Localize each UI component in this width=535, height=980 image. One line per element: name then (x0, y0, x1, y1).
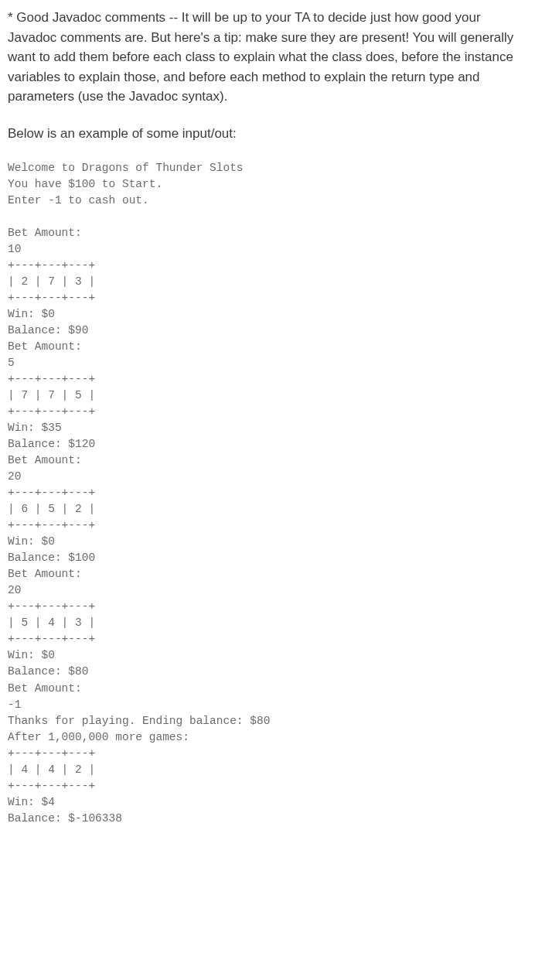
example-intro-paragraph: Below is an example of some input/out: (8, 124, 527, 144)
example-output-code: Welcome to Dragons of Thunder Slots You … (8, 160, 527, 827)
javadoc-tip-paragraph: * Good Javadoc comments -- It will be up… (8, 8, 527, 107)
